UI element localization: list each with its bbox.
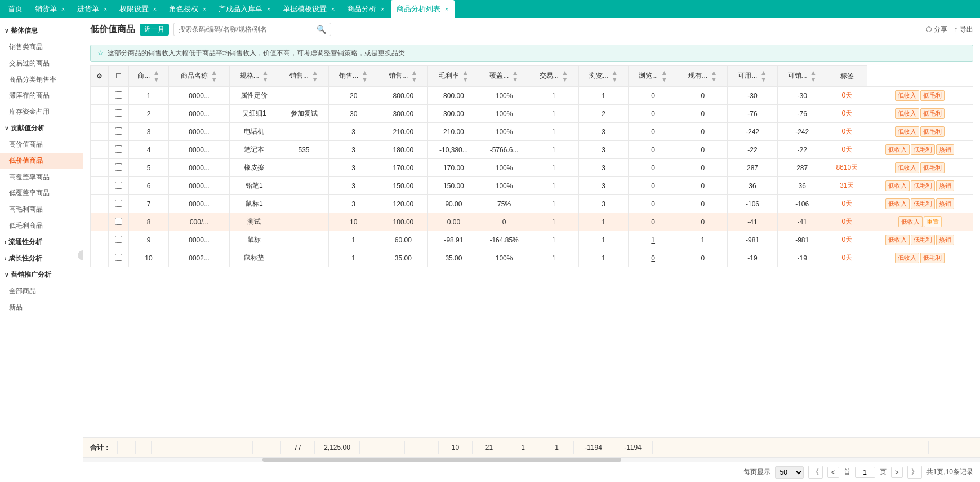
nav-product-analysis[interactable]: 商品分析 × [341, 0, 390, 18]
cell-browse1[interactable]: 0 [629, 159, 678, 177]
nav-product-analysis-list[interactable]: 商品分析列表 × [391, 0, 454, 18]
close-product-analysis[interactable]: × [381, 6, 384, 12]
browse1-link[interactable]: 0 [651, 254, 655, 262]
cell-cover: 1 [529, 87, 578, 105]
browse1-link[interactable]: 0 [651, 218, 655, 226]
sidebar-item-all-goods[interactable]: 全部商品 [0, 283, 83, 299]
close-role-auth[interactable]: × [203, 6, 206, 12]
cell-browse1[interactable]: 0 [629, 195, 678, 213]
sidebar-group-circulation[interactable]: › 流通性分析 [0, 234, 83, 250]
cell-checkbox[interactable] [109, 231, 129, 249]
sidebar-item-low-value[interactable]: 低价值商品 [0, 153, 83, 169]
th-sales2[interactable]: 销售... ▲▼ [378, 66, 428, 87]
sidebar-group-marketing[interactable]: ∨ 营销推广分析 [0, 267, 83, 283]
sidebar-item-high-value[interactable]: 高价值商品 [0, 136, 83, 153]
th-sales1[interactable]: 销售... ▲▼ [329, 66, 378, 87]
last-page-btn[interactable]: 》 [907, 466, 922, 479]
cell-browse1[interactable]: 0 [629, 177, 678, 195]
search-box: 🔍 [173, 23, 331, 36]
cell-browse1[interactable]: 0 [629, 141, 678, 159]
tag-period-btn[interactable]: 近一月 [140, 24, 169, 36]
cell-browse1[interactable]: 1 [629, 231, 678, 249]
cell-cover: 1 [529, 177, 578, 195]
per-page-select[interactable]: 50 100 200 [775, 466, 804, 479]
th-spec[interactable]: 规格... ▲▼ [229, 66, 279, 87]
search-input[interactable] [179, 25, 317, 33]
th-checkbox[interactable]: ☐ [109, 66, 129, 87]
next-page-btn[interactable]: > [891, 467, 903, 478]
nav-purchase-order[interactable]: 进货单 × [72, 0, 113, 18]
sidebar-item-new-goods[interactable]: 新品 [0, 299, 83, 316]
th-stock[interactable]: 现有... ▲▼ [678, 66, 728, 87]
browse1-link[interactable]: 0 [651, 128, 655, 136]
nav-sales-order[interactable]: 销货单 × [29, 0, 70, 18]
close-permission[interactable]: × [153, 6, 157, 12]
cell-browse1[interactable]: 0 [629, 249, 678, 267]
cell-checkbox[interactable] [109, 159, 129, 177]
close-purchase-order[interactable]: × [104, 6, 107, 12]
scroll-track[interactable] [83, 457, 980, 462]
nav-role-auth[interactable]: 角色授权 × [163, 0, 212, 18]
sidebar-item-high-margin[interactable]: 高毛利商品 [0, 201, 83, 218]
share-btn[interactable]: ⬡ 分享 [926, 25, 947, 34]
sidebar-item-low-coverage[interactable]: 低覆盖率商品 [0, 185, 83, 201]
sidebar-item-high-coverage[interactable]: 高覆盖率商品 [0, 169, 83, 185]
nav-permission[interactable]: 权限设置 × [114, 0, 162, 18]
sidebar-item-category-sales-rate[interactable]: 商品分类销售率 [0, 72, 83, 88]
cell-checkbox[interactable] [109, 105, 129, 123]
cell-checkbox[interactable] [109, 213, 129, 231]
cell-browse1[interactable]: 0 [629, 105, 678, 123]
th-sellable[interactable]: 可销... ▲▼ [777, 66, 827, 87]
cell-browse1[interactable]: 0 [629, 87, 678, 105]
browse1-link[interactable]: 0 [651, 110, 655, 118]
export-btn[interactable]: ↑ 导出 [954, 25, 973, 34]
close-product-analysis-list[interactable]: × [445, 6, 448, 12]
th-name[interactable]: 商品名称 ▲▼ [169, 66, 229, 87]
browse1-link[interactable]: 0 [651, 182, 655, 190]
close-template[interactable]: × [331, 6, 335, 12]
browse1-link[interactable]: 0 [651, 92, 655, 100]
cell-checkbox[interactable] [109, 249, 129, 267]
cell-browse1[interactable]: 0 [629, 213, 678, 231]
cell-browse1[interactable]: 0 [629, 123, 678, 141]
sidebar-item-sales-goods[interactable]: 销售类商品 [0, 39, 83, 55]
th-browse2[interactable]: 浏览... ▲▼ [629, 66, 678, 87]
th-settings[interactable]: ⚙ [91, 66, 109, 87]
sidebar-item-slow-goods[interactable]: 滞库存的商品 [0, 87, 83, 104]
cell-checkbox[interactable] [109, 123, 129, 141]
table-container[interactable]: ⚙ ☐ 商... ▲▼ 商品名称 ▲▼ 规格... ▲▼ 销售... ▲▼ 销售… [90, 65, 973, 437]
browse1-link[interactable]: 0 [651, 146, 655, 154]
sidebar-item-capital[interactable]: 库存资金占用 [0, 104, 83, 120]
cell-checkbox[interactable] [109, 87, 129, 105]
close-product-inbound[interactable]: × [267, 6, 270, 12]
browse1-link[interactable]: 0 [651, 164, 655, 172]
th-gross-rate[interactable]: 毛利率 ▲▼ [428, 66, 479, 87]
page-input[interactable] [855, 467, 875, 478]
th-browse1[interactable]: 浏览... ▲▼ [578, 66, 628, 87]
cell-checkbox[interactable] [109, 141, 129, 159]
close-sales-order[interactable]: × [61, 6, 65, 12]
sidebar-group-contribution[interactable]: ∨ 贡献值分析 [0, 120, 83, 136]
nav-home[interactable]: 首页 [2, 0, 28, 18]
browse1-link[interactable]: 1 [651, 236, 655, 244]
prev-page-btn[interactable]: < [827, 467, 839, 478]
cell-checkbox[interactable] [109, 195, 129, 213]
th-code[interactable]: 商... ▲▼ [128, 66, 169, 87]
sidebar-collapse-btn[interactable]: 《 [78, 250, 83, 260]
sidebar-item-low-margin[interactable]: 低毛利商品 [0, 218, 83, 234]
sidebar-group-growth[interactable]: › 成长性分析 [0, 250, 83, 267]
cell-checkbox[interactable] [109, 177, 129, 195]
sidebar-item-traded-goods[interactable]: 交易过的商品 [0, 55, 83, 72]
th-qty[interactable]: 销售... ▲▼ [279, 66, 328, 87]
nav-product-inbound[interactable]: 产成品入库单 × [213, 0, 276, 18]
nav-template[interactable]: 单据模板设置 × [277, 0, 340, 18]
scroll-thumb[interactable] [262, 458, 621, 462]
first-page-btn[interactable]: 《 [808, 466, 823, 479]
search-icon[interactable]: 🔍 [317, 25, 326, 34]
th-avail[interactable]: 可用... ▲▼ [728, 66, 777, 87]
browse1-link[interactable]: 0 [651, 200, 655, 208]
th-trade[interactable]: 交易... ▲▼ [529, 66, 578, 87]
th-cover[interactable]: 覆盖... ▲▼ [479, 66, 529, 87]
cell-qty: 3 [329, 141, 378, 159]
sidebar-group-overall[interactable]: ∨ 整体信息 [0, 23, 83, 39]
